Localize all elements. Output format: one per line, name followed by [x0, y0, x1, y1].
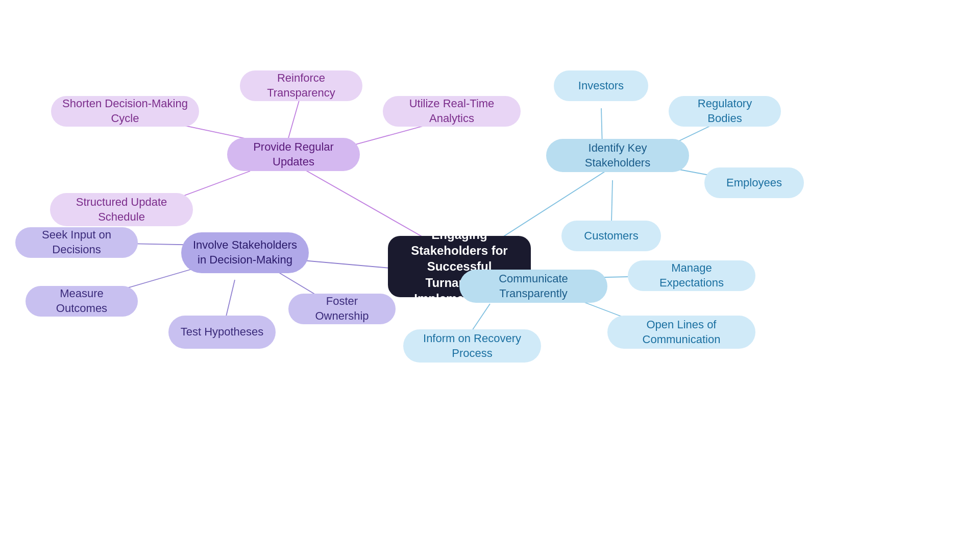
node-involve-stakeholders: Involve Stakeholders in Decision-Making	[181, 232, 309, 273]
node-employees: Employees	[704, 167, 804, 198]
node-communicate-transparently: Communicate Transparently	[459, 270, 607, 303]
node-measure-outcomes: Measure Outcomes	[26, 286, 138, 317]
node-utilize-real-time: Utilize Real-Time Analytics	[383, 96, 521, 127]
node-investors: Investors	[554, 70, 648, 101]
node-structured-update: Structured Update Schedule	[50, 193, 193, 226]
node-shorten-decision: Shorten Decision-Making Cycle	[51, 96, 199, 127]
node-foster-ownership: Foster Ownership	[288, 294, 396, 324]
node-manage-expectations: Manage Expectations	[628, 260, 755, 291]
node-customers: Customers	[561, 221, 661, 251]
svg-line-11	[611, 180, 612, 222]
node-reinforce-transparency: Reinforce Transparency	[240, 70, 362, 101]
node-seek-input: Seek Input on Decisions	[15, 227, 138, 258]
node-regulatory-bodies: Regulatory Bodies	[669, 96, 781, 127]
node-provide-regular-updates: Provide Regular Updates	[227, 138, 360, 171]
node-test-hypotheses: Test Hypotheses	[168, 316, 276, 349]
node-inform-recovery: Inform on Recovery Process	[403, 329, 541, 363]
node-identify-key-stakeholders: Identify Key Stakeholders	[546, 139, 689, 172]
node-open-lines: Open Lines of Communication	[607, 316, 755, 349]
svg-line-18	[472, 304, 490, 330]
